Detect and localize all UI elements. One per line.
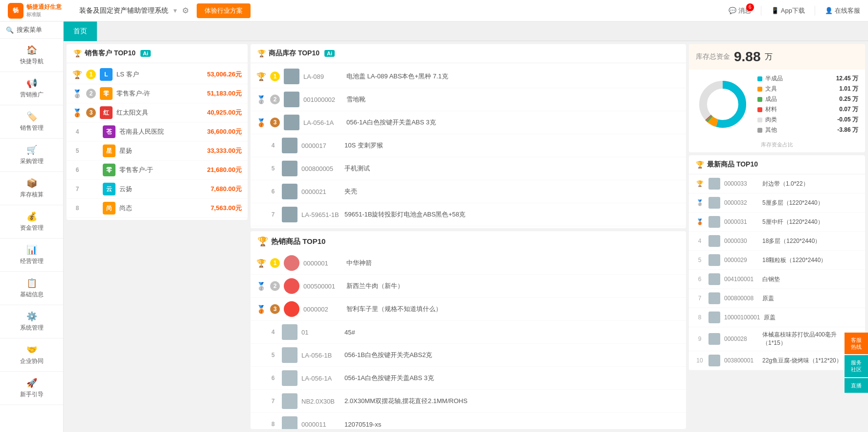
float-service-button[interactable]: 服务 社区	[845, 355, 868, 377]
rank-num-6: 6	[72, 165, 82, 175]
app-download-label: App下载	[781, 6, 805, 15]
product-inventory-header: 🏆 商品库存 TOP10 Ai	[251, 44, 686, 63]
rank-value-3: 40,925.00元	[207, 108, 242, 117]
customer-rank-list: 🏆 1 L LS 客户 53,006.26元 🥈 2 零 零售客户-许	[67, 63, 248, 220]
topbar-actions: 💬 消息 6 📱 App下载 👤 在线客服	[729, 6, 860, 16]
sidebar-item-basic-info[interactable]: 📋 基础信息	[0, 272, 63, 305]
sidebar-item-sales[interactable]: 🏷️ 销售管理	[0, 105, 63, 139]
sidebar-item-system[interactable]: ⚙️ 系统管理	[0, 305, 63, 338]
hot-product-7: 7 NB2.0X30B 2.0X30MM双摆花轴,摆花直径2.1MM/ROHS	[251, 390, 686, 413]
try-plan-button[interactable]: 体验行业方案	[197, 3, 251, 18]
legend-name-4: 肉类	[765, 116, 834, 124]
donut-area: 半成品 12.45 万 文具 1.01 万 成品 0	[689, 70, 865, 139]
rank-num-3: 3	[86, 108, 96, 118]
new-prod-thumb	[708, 292, 720, 304]
rank-num-7: 7	[72, 184, 82, 194]
hot-products-card: 🏆 热销商品 TOP10 🏆 1 0000001 中华神箭 🥈	[251, 231, 686, 429]
tab-home[interactable]: 首页	[64, 22, 97, 41]
box-icon: 📦	[26, 178, 37, 189]
new-products-card: 🏆 最新商品 TOP10 🏆 0000033 封边带（1.0*22） 🥈	[689, 155, 865, 370]
search-icon: 🔍	[6, 26, 14, 34]
sidebar-item-purchase[interactable]: 🛒 采购管理	[0, 139, 63, 172]
legend-name-0: 半成品	[765, 74, 833, 83]
chevron-down-icon[interactable]: ▼	[172, 7, 178, 14]
donut-chart	[696, 77, 750, 131]
search-menu-label: 搜索菜单	[17, 25, 42, 34]
product-thumb	[282, 347, 297, 363]
inventory-list: 🏆 1 LA-089 电池盖 LA-089 ABS本色+黑种 7.1克 🥈 2 …	[251, 63, 686, 228]
sidebar-item-label: 库存核算	[20, 191, 44, 199]
rank-value-4: 36,600.00元	[207, 127, 242, 136]
sidebar-item-guide[interactable]: 🚀 新手引导	[0, 372, 63, 405]
legend-name-1: 文具	[765, 85, 836, 93]
new-product-5: 5 0000029 18颗粒板（1220*2440）	[689, 251, 865, 270]
sidebar-item-enterprise[interactable]: 🤝 企业协同	[0, 338, 63, 372]
stock-card: 库存总资金 9.88 万	[689, 44, 865, 152]
new-products-title: 最新商品 TOP10	[707, 160, 758, 169]
product-thumb	[284, 301, 299, 317]
stock-legend: 半成品 12.45 万 文具 1.01 万 成品 0	[757, 74, 858, 134]
hot-products-header: 🏆 热销商品 TOP10	[251, 231, 686, 250]
message-button[interactable]: 💬 消息 6	[729, 6, 751, 15]
legend-dot-5	[757, 128, 762, 133]
hot-product-4: 4 01 45#	[251, 321, 686, 344]
tag-icon: 🏷️	[26, 111, 37, 122]
new-prod-thumb	[708, 197, 720, 209]
sidebar-item-label: 资金管理	[20, 224, 44, 232]
product-thumb	[282, 416, 297, 429]
content-area: 首页 🏆 销售客户 TOP10 Ai 🏆 1	[64, 22, 868, 432]
customer-rank-item: 🥉 3 红 红太阳文具 40,925.00元	[67, 103, 248, 122]
rank-num-4: 4	[72, 127, 82, 137]
gear-icon[interactable]: ⚙	[182, 6, 189, 15]
product-thumb	[282, 184, 297, 199]
app-logo: 畅 畅捷通好生意 标准版	[8, 3, 71, 19]
legend-name-3: 材料	[765, 105, 836, 114]
customer-top10-title: 销售客户 TOP10	[85, 49, 136, 58]
system-name-label: 装备及固定资产辅助管理系统	[79, 6, 168, 15]
app-download-button[interactable]: 📱 App下载	[771, 6, 805, 15]
hotline-label: 客服	[846, 336, 866, 343]
legend-val-4: -0.05 万	[837, 116, 858, 124]
inventory-item-7: 7 LA-59651-1B 59651-1B旋转投影灯电池盒ABS黑色+58克	[251, 203, 686, 226]
ai-badge: Ai	[140, 50, 151, 57]
customer-top10-header: 🏆 销售客户 TOP10 Ai	[67, 44, 248, 63]
legend-dot-0	[757, 76, 762, 81]
system-selector[interactable]: 装备及固定资产辅助管理系统 ▼ ⚙ 体验行业方案	[71, 3, 729, 18]
sidebar-item-label: 系统管理	[20, 324, 44, 332]
new-product-7: 7 000800008 原盖	[689, 289, 865, 308]
sidebar-item-marketing[interactable]: 📢 营销推广	[0, 72, 63, 105]
float-community-button[interactable]: 直播	[845, 378, 868, 393]
customer-rank-item: 5 星 星扬 33,333.00元	[67, 142, 248, 161]
left-column: 🏆 销售客户 TOP10 Ai 🏆 1 L LS 客户 53,006.26元	[67, 44, 248, 429]
legend-name-5: 其他	[765, 126, 834, 134]
online-service-button[interactable]: 👤 在线客服	[825, 6, 860, 15]
new-product-8: 8 10000100001 原盖	[689, 308, 865, 327]
rank-avatar-1: L	[100, 68, 113, 81]
search-menu[interactable]: 🔍 搜索菜单	[0, 22, 63, 39]
legend-dot-4	[757, 118, 762, 122]
inventory-item-3: 🥉 3 LA-056-1A 056-1A白色按键开关盖ABS 3克	[251, 111, 686, 134]
sidebar-item-label: 基础信息	[20, 290, 44, 299]
float-hotline-button[interactable]: 客服 热线	[845, 333, 868, 355]
service-label: 服务	[846, 359, 866, 366]
rank-value-5: 33,333.00元	[207, 146, 242, 155]
sidebar-item-operations[interactable]: 📊 经营管理	[0, 239, 63, 272]
sidebar-item-finance[interactable]: 💰 资金管理	[0, 205, 63, 239]
mid-column: 🏆 商品库存 TOP10 Ai 🏆 1 LA-089 电池盖 LA-089 AB…	[251, 44, 686, 429]
rank-avatar-2: 零	[100, 87, 113, 100]
product-thumb	[282, 370, 297, 386]
stock-total-label: 库存总资金	[696, 52, 730, 61]
customer-top10-card: 🏆 销售客户 TOP10 Ai 🏆 1 L LS 客户 53,006.26元	[67, 44, 248, 220]
product-thumb	[282, 161, 297, 176]
new-product-6: 6 004100001 白钢垫	[689, 270, 865, 289]
inventory-item-5: 5 000800005 手机测试	[251, 157, 686, 180]
rank-trophy-2: 🥈	[72, 89, 82, 98]
sidebar-item-quick-nav[interactable]: 🏠 快捷导航	[0, 39, 63, 72]
legend-dot-2	[757, 97, 762, 102]
float-customer-service: 客服 热线 服务 社区 直播	[845, 333, 868, 393]
new-prod-thumb	[708, 312, 720, 323]
customer-rank-item: 🏆 1 L LS 客户 53,006.26元	[67, 65, 248, 84]
sidebar-item-inventory[interactable]: 📦 库存核算	[0, 172, 63, 205]
hot-product-1: 🏆 1 0000001 中华神箭	[251, 252, 686, 275]
logo-icon: 畅	[8, 3, 23, 19]
